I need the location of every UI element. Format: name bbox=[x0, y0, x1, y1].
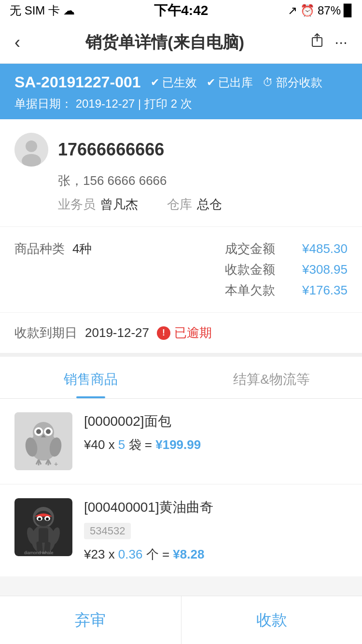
svg-text:+: + bbox=[54, 460, 58, 468]
price-base-1: ¥40 bbox=[84, 437, 105, 452]
back-button[interactable]: ‹ bbox=[14, 32, 20, 53]
tab-active-indicator bbox=[76, 396, 105, 398]
order-date-row: 单据日期： 2019-12-27 | 打印 2 次 bbox=[14, 96, 348, 112]
customer-section: 17666666666 张，156 6666 6666 业务员 曾凡杰 仓库 总… bbox=[0, 119, 362, 227]
type-count: 4种 bbox=[72, 240, 92, 257]
product-name-2: [000400001]黄油曲奇 bbox=[84, 498, 348, 517]
date-label: 单据日期： bbox=[14, 97, 72, 110]
summary-left: 商品种类 4种 bbox=[14, 240, 92, 257]
battery-level: 87% bbox=[318, 4, 341, 17]
type-label: 商品种类 bbox=[14, 240, 65, 257]
price-x-2: x bbox=[109, 547, 118, 561]
collected-row: 收款金额 ¥308.95 bbox=[225, 261, 348, 278]
price-unit-2: 个 bbox=[146, 547, 159, 561]
list-item: + [0000002]面包 ¥40 x 5 袋 = ¥199.99 bbox=[0, 399, 362, 484]
customer-meta: 业务员 曾凡杰 仓库 总仓 bbox=[14, 196, 348, 213]
shipped-label: 已出库 bbox=[218, 75, 253, 90]
nav-actions: ··· bbox=[309, 33, 348, 52]
order-id: SA-20191227-001 bbox=[14, 73, 141, 91]
due-label: 收款到期日 bbox=[14, 324, 77, 341]
status-bar: 无 SIM 卡 ☁ 下午4:42 ↗ ⏰ 87% ▉ bbox=[0, 0, 362, 21]
overdue-badge: ! 已逾期 bbox=[157, 324, 212, 341]
print-suffix: 次 bbox=[181, 97, 192, 110]
check-icon-1: ✔ bbox=[151, 76, 159, 89]
sim-status: 无 SIM 卡 ☁ bbox=[10, 3, 75, 18]
tabs-bar: 销售商品 结算&物流等 bbox=[0, 357, 362, 399]
customer-top: 17666666666 bbox=[14, 133, 348, 167]
svg-point-29 bbox=[46, 518, 49, 520]
location-icon: ↗ bbox=[288, 4, 297, 17]
due-date-value: 2019-12-27 bbox=[85, 325, 149, 340]
price-total-2: ¥8.28 bbox=[173, 547, 204, 561]
reject-button[interactable]: 弃审 bbox=[0, 596, 181, 644]
status-left: 无 SIM 卡 ☁ bbox=[10, 3, 75, 18]
amount-value: ¥485.30 bbox=[290, 241, 348, 256]
check-icon-2: ✔ bbox=[207, 76, 215, 89]
effected-label: 已生效 bbox=[162, 75, 197, 90]
page-title: 销货单详情(来自电脑) bbox=[85, 31, 244, 54]
order-header-row1: SA-20191227-001 ✔ 已生效 ✔ 已出库 ⏱ 部分收款 bbox=[14, 73, 348, 91]
battery-icon: ▉ bbox=[344, 4, 352, 17]
svg-point-11 bbox=[46, 429, 51, 434]
customer-name-phone: 张，156 6666 6666 bbox=[14, 172, 348, 189]
warehouse-value: 总仓 bbox=[197, 196, 222, 213]
amount-label: 成交金额 bbox=[225, 240, 275, 257]
product-price-1: ¥40 x 5 袋 = ¥199.99 bbox=[84, 436, 348, 453]
product-list: + [0000002]面包 ¥40 x 5 袋 = ¥199.99 bbox=[0, 399, 362, 576]
sales-label: 业务员 bbox=[58, 196, 96, 213]
more-icon[interactable]: ··· bbox=[334, 33, 348, 51]
product-price-2: ¥23 x 0.36 个 = ¥8.28 bbox=[84, 546, 348, 563]
collected-label: 收款金额 bbox=[225, 261, 275, 278]
overdue-icon: ! bbox=[157, 326, 170, 340]
bottom-bar: 弃审 收款 bbox=[0, 596, 362, 644]
svg-text:diamond whale: diamond whale bbox=[24, 550, 54, 555]
price-x-1: x bbox=[109, 437, 118, 452]
tab-settlement[interactable]: 结算&物流等 bbox=[181, 357, 362, 398]
price-eq-2: = bbox=[162, 547, 173, 561]
overdue-text: 已逾期 bbox=[174, 324, 212, 341]
due-date-section: 收款到期日 2019-12-27 ! 已逾期 bbox=[0, 313, 362, 357]
warehouse: 仓库 总仓 bbox=[167, 196, 222, 213]
svg-point-10 bbox=[36, 429, 41, 434]
price-qty-1: 5 bbox=[118, 437, 125, 452]
tab-sales-products[interactable]: 销售商品 bbox=[0, 357, 181, 398]
svg-point-3 bbox=[26, 140, 37, 152]
price-total-1: ¥199.99 bbox=[155, 437, 201, 452]
status-partial: ⏱ 部分收款 bbox=[263, 75, 322, 90]
product-info-1: [0000002]面包 ¥40 x 5 袋 = ¥199.99 bbox=[84, 412, 348, 453]
order-header: SA-20191227-001 ✔ 已生效 ✔ 已出库 ⏱ 部分收款 单据日期：… bbox=[0, 64, 362, 119]
customer-phone: 17666666666 bbox=[58, 140, 164, 160]
product-thumbnail-2: diamond whale bbox=[14, 498, 72, 556]
amount-row: 成交金额 ¥485.30 bbox=[225, 240, 348, 257]
collected-value: ¥308.95 bbox=[290, 262, 348, 277]
sales-value: 曾凡杰 bbox=[100, 196, 138, 213]
warehouse-label: 仓库 bbox=[167, 196, 192, 213]
svg-rect-30 bbox=[39, 528, 48, 543]
collect-button[interactable]: 收款 bbox=[181, 596, 362, 644]
alarm-icon: ⏰ bbox=[300, 4, 315, 17]
price-unit-1: 袋 bbox=[129, 437, 141, 452]
print-label: | 打印 bbox=[138, 97, 167, 110]
product-tag-2: 534532 bbox=[84, 523, 131, 539]
tab-sales-label: 销售商品 bbox=[64, 372, 118, 387]
owed-value: ¥176.35 bbox=[290, 283, 348, 298]
avatar bbox=[14, 133, 48, 167]
partial-label: 部分收款 bbox=[276, 75, 322, 90]
nav-bar: ‹ 销货单详情(来自电脑) ··· bbox=[0, 21, 362, 64]
status-shipped: ✔ 已出库 bbox=[207, 75, 253, 90]
status-time: 下午4:42 bbox=[154, 1, 208, 20]
clock-icon: ⏱ bbox=[263, 76, 273, 89]
svg-point-28 bbox=[38, 518, 41, 520]
share-icon[interactable] bbox=[309, 33, 325, 52]
product-info-2: [000400001]黄油曲奇 534532 ¥23 x 0.36 个 = ¥8… bbox=[84, 498, 348, 563]
owed-label: 本单欠款 bbox=[225, 282, 275, 299]
print-count: 2 bbox=[171, 97, 177, 110]
sales-person: 业务员 曾凡杰 bbox=[58, 196, 138, 213]
product-name-1: [0000002]面包 bbox=[84, 412, 348, 431]
price-qty-2: 0.36 bbox=[118, 547, 143, 561]
status-effected: ✔ 已生效 bbox=[151, 75, 197, 90]
owed-row: 本单欠款 ¥176.35 bbox=[225, 282, 348, 299]
price-base-2: ¥23 bbox=[84, 547, 105, 561]
list-item: diamond whale [000400001]黄油曲奇 534532 ¥23… bbox=[0, 485, 362, 576]
tab-settlement-label: 结算&物流等 bbox=[233, 372, 310, 387]
